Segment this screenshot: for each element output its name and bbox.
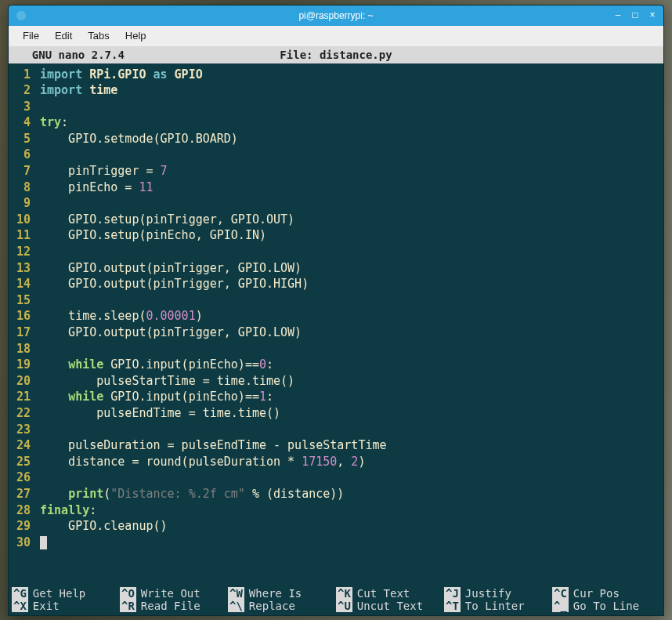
code-line[interactable]: 30	[9, 535, 663, 551]
line-number: 6	[9, 147, 32, 163]
code-line[interactable]: 12	[9, 244, 663, 260]
code-content[interactable]: try:	[32, 114, 68, 131]
code-content[interactable]: GPIO.output(pinTrigger, GPIO.LOW)	[32, 260, 302, 277]
code-content[interactable]: while GPIO.input(pinEcho)==0:	[32, 357, 273, 373]
code-content[interactable]: import time	[32, 82, 117, 99]
titlebar[interactable]: pi@raspberrypi: ~ – □ ×	[9, 5, 663, 26]
code-content[interactable]: GPIO.setmode(GPIO.BOARD)	[32, 131, 238, 147]
code-line[interactable]: 10 GPIO.setup(pinTrigger, GPIO.OUT)	[9, 212, 663, 228]
shortcut-label: Cut Text	[352, 587, 410, 600]
line-number: 19	[9, 357, 32, 373]
code-content[interactable]: GPIO.output(pinTrigger, GPIO.LOW)	[32, 325, 302, 341]
code-content[interactable]: GPIO.setup(pinEcho, GPIO.IN)	[32, 227, 266, 244]
code-line[interactable]: 23	[9, 422, 663, 438]
code-line[interactable]: 26	[9, 470, 663, 486]
code-content[interactable]: time.sleep(0.00001)	[32, 308, 203, 325]
code-content[interactable]: pulseDuration = pulseEndTime - pulseStar…	[32, 437, 387, 454]
shortcut-justify[interactable]: ^JJustify	[444, 587, 552, 600]
code-line[interactable]: 9	[9, 195, 663, 212]
code-content[interactable]: import RPi.GPIO as GPIO	[32, 67, 203, 83]
code-line[interactable]: 21 while GPIO.input(pinEcho)==1:	[9, 389, 663, 405]
code-content[interactable]	[32, 195, 40, 212]
code-content[interactable]: finally:	[32, 502, 96, 519]
shortcut-write-out[interactable]: ^OWrite Out	[120, 587, 228, 600]
menu-edit[interactable]: Edit	[47, 27, 80, 45]
code-line[interactable]: 11 GPIO.setup(pinEcho, GPIO.IN)	[9, 227, 663, 244]
shortcut-label: Replace	[244, 600, 295, 612]
code-content[interactable]: pulseEndTime = time.time()	[32, 405, 280, 422]
shortcut-exit[interactable]: ^XExit	[12, 600, 120, 612]
shortcut-replace[interactable]: ^\Replace	[228, 600, 336, 612]
shortcut-go-to-line[interactable]: ^_Go To Line	[552, 600, 660, 612]
code-line[interactable]: 25 distance = round(pulseDuration * 1715…	[9, 454, 663, 470]
shortcut-cur-pos[interactable]: ^CCur Pos	[552, 587, 660, 600]
line-number: 23	[9, 422, 32, 438]
shortcut-to-linter[interactable]: ^TTo Linter	[444, 600, 552, 612]
code-line[interactable]: 2import time	[9, 82, 663, 99]
code-content[interactable]: pinEcho = 11	[32, 179, 154, 196]
code-line[interactable]: 14 GPIO.output(pinTrigger, GPIO.HIGH)	[9, 276, 663, 292]
menu-help[interactable]: Help	[117, 27, 154, 45]
code-line[interactable]: 6	[9, 147, 663, 163]
code-content[interactable]: GPIO.cleanup()	[32, 518, 168, 535]
code-content[interactable]: print("Distance: %.2f cm" % (distance))	[32, 486, 344, 502]
code-line[interactable]: 3	[9, 99, 663, 115]
code-content[interactable]: distance = round(pulseDuration * 17150, …	[32, 454, 365, 470]
shortcut-get-help[interactable]: ^GGet Help	[12, 587, 120, 600]
code-line[interactable]: 4try:	[9, 114, 663, 131]
line-number: 5	[9, 131, 32, 147]
menu-file[interactable]: File	[15, 27, 47, 45]
line-number: 18	[9, 341, 32, 357]
code-content[interactable]	[32, 470, 40, 486]
code-line[interactable]: 16 time.sleep(0.00001)	[9, 308, 663, 325]
code-content[interactable]	[32, 292, 40, 309]
minimize-button[interactable]: –	[612, 9, 624, 21]
code-content[interactable]: pulseStartTime = time.time()	[32, 373, 294, 390]
code-line[interactable]: 7 pinTrigger = 7	[9, 163, 663, 179]
code-line[interactable]: 5 GPIO.setmode(GPIO.BOARD)	[9, 131, 663, 147]
code-line[interactable]: 15	[9, 292, 663, 309]
shortcut-key: ^X	[12, 600, 28, 612]
shortcut-read-file[interactable]: ^RRead File	[120, 600, 228, 612]
code-line[interactable]: 1import RPi.GPIO as GPIO	[9, 67, 663, 83]
line-number: 10	[9, 212, 32, 228]
code-line[interactable]: 20 pulseStartTime = time.time()	[9, 373, 663, 390]
code-content[interactable]	[32, 244, 40, 260]
line-number: 27	[9, 486, 32, 502]
code-line[interactable]: 8 pinEcho = 11	[9, 179, 663, 196]
code-line[interactable]: 19 while GPIO.input(pinEcho)==0:	[9, 357, 663, 373]
code-content[interactable]	[32, 535, 47, 551]
code-content[interactable]	[32, 147, 40, 163]
code-line[interactable]: 27 print("Distance: %.2f cm" % (distance…	[9, 486, 663, 502]
shortcut-uncut-text[interactable]: ^UUncut Text	[336, 600, 444, 612]
code-line[interactable]: 24 pulseDuration = pulseEndTime - pulseS…	[9, 437, 663, 454]
shortcut-where-is[interactable]: ^WWhere Is	[228, 587, 336, 600]
code-content[interactable]: while GPIO.input(pinEcho)==1:	[32, 389, 273, 405]
menu-tabs[interactable]: Tabs	[80, 27, 117, 45]
code-line[interactable]: 13 GPIO.output(pinTrigger, GPIO.LOW)	[9, 260, 663, 277]
code-content[interactable]	[32, 341, 40, 357]
shortcut-cut-text[interactable]: ^KCut Text	[336, 587, 444, 600]
code-content[interactable]: GPIO.setup(pinTrigger, GPIO.OUT)	[32, 212, 294, 228]
line-number: 25	[9, 454, 32, 470]
line-number: 16	[9, 308, 32, 325]
code-content[interactable]: pinTrigger = 7	[32, 163, 168, 179]
shortcut-label: Write Out	[136, 587, 201, 600]
code-line[interactable]: 28finally:	[9, 502, 663, 519]
code-content[interactable]	[32, 99, 40, 115]
code-line[interactable]: 22 pulseEndTime = time.time()	[9, 405, 663, 422]
nano-file: File: distance.py	[125, 49, 547, 61]
code-line[interactable]: 17 GPIO.output(pinTrigger, GPIO.LOW)	[9, 325, 663, 341]
code-line[interactable]: 29 GPIO.cleanup()	[9, 518, 663, 535]
terminal-window: pi@raspberrypi: ~ – □ × File Edit Tabs H…	[8, 5, 664, 616]
shortcut-key: ^\	[228, 600, 244, 612]
code-content[interactable]	[32, 422, 40, 438]
editor-area[interactable]: 1import RPi.GPIO as GPIO2import time34tr…	[9, 63, 663, 587]
code-content[interactable]: GPIO.output(pinTrigger, GPIO.HIGH)	[32, 276, 309, 292]
maximize-button[interactable]: □	[629, 9, 641, 21]
shortcut-label: Where Is	[244, 587, 302, 600]
code-line[interactable]: 18	[9, 341, 663, 357]
line-number: 20	[9, 373, 32, 390]
shortcut-key: ^C	[552, 587, 569, 600]
close-button[interactable]: ×	[646, 9, 659, 21]
